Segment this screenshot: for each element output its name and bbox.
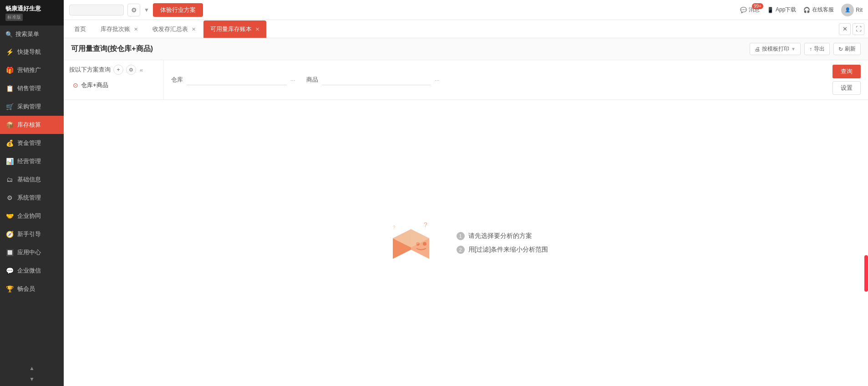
download-icon: 📱 (767, 7, 774, 13)
marketing-icon: 🎁 (5, 66, 14, 74)
refresh-button[interactable]: ↻ 刷新 (833, 43, 861, 55)
sidebar-item-quick-nav[interactable]: ⚡ 快捷导航 (0, 43, 64, 61)
tab-close-available-stock[interactable]: ✕ (255, 26, 259, 32)
sidebar-item-system[interactable]: ⚙ 系统管理 (0, 189, 64, 207)
product-input[interactable] (322, 74, 431, 85)
step-2-text: 用[过滤]条件来缩小分析范围 (468, 246, 548, 254)
headset-icon: 🎧 (803, 7, 810, 13)
notification-icon: 💬 (740, 7, 747, 13)
page-header: 可用量查询(按仓库+商品) 🖨 按模板打印 ▼ ↑ 导出 ↻ 刷新 (64, 38, 868, 60)
sidebar-item-inventory[interactable]: 📦 库存核算 (0, 116, 64, 134)
step-2-number: 2 (457, 246, 465, 254)
product-label: 商品 (306, 76, 318, 84)
chevron-down-icon: ▼ (791, 46, 796, 51)
search-icon: 🔍 (5, 31, 13, 38)
warehouse-field: 仓库 ··· (171, 74, 295, 85)
svg-point-4 (423, 242, 426, 246)
filter-settings-button[interactable]: 设置 (832, 81, 861, 95)
sidebar-item-basic-info[interactable]: 🗂 基础信息 (0, 170, 64, 189)
sidebar-item-marketing[interactable]: 🎁 营销推广 (0, 61, 64, 79)
filter-scheme-panel: 按以下方案查询 + ⚙ « ⊙ 仓库+商品 (64, 60, 164, 99)
scroll-up-button[interactable]: ▲ (0, 363, 64, 373)
topbar: ⚙ ▼ 体验行业方案 💬 消息 99+ 📱 App下载 🎧 在线客服 (64, 0, 868, 20)
print-icon: 🖨 (755, 46, 760, 52)
filter-scheme-header: 按以下方案查询 + ⚙ « (69, 65, 158, 75)
app-center-icon: 🔲 (5, 248, 14, 257)
sidebar-item-onboarding[interactable]: 🧭 新手引导 (0, 225, 64, 243)
filter-scheme-item[interactable]: ⊙ 仓库+商品 (69, 78, 158, 92)
filter-actions: 查询 设置 (832, 65, 861, 95)
topbar-left: ⚙ ▼ 体验行业方案 (69, 3, 203, 17)
page-title: 可用量查询(按仓库+商品) (71, 44, 153, 54)
refresh-icon: ↻ (838, 46, 843, 52)
sidebar-item-enterprise[interactable]: 🤝 企业协同 (0, 207, 64, 225)
search-menu[interactable]: 🔍 搜索菜单 (0, 26, 64, 43)
quick-nav-icon: ⚡ (5, 48, 14, 56)
export-button[interactable]: ↑ 导出 (804, 43, 830, 55)
sidebar-item-operations[interactable]: 📊 经营管理 (0, 152, 64, 170)
add-scheme-button[interactable]: + (113, 65, 123, 75)
purchase-icon: 🛒 (5, 103, 14, 111)
empty-illustration: ? ? (384, 216, 438, 270)
notification-badge: 99+ (752, 3, 763, 9)
step-1-text: 请先选择要分析的方案 (468, 232, 532, 240)
topbar-gear-button[interactable]: ⚙ (127, 4, 140, 16)
trial-industry-button[interactable]: 体验行业方案 (153, 3, 203, 17)
sidebar-item-app-center[interactable]: 🔲 应用中心 (0, 243, 64, 262)
collapse-filter-button[interactable]: « (139, 66, 144, 74)
export-icon: ↑ (809, 46, 812, 52)
sidebar-item-purchase[interactable]: 🛒 采购管理 (0, 98, 64, 116)
product-more-button[interactable]: ··· (435, 77, 440, 83)
sidebar: 畅康通好生意 标准版 🔍 搜索菜单 ⚡ 快捷导航 🎁 营销推广 📋 销售管理 🛒… (0, 0, 64, 386)
sidebar-item-wechat[interactable]: 💬 企业微信 (0, 262, 64, 280)
svg-text:?: ? (393, 225, 396, 230)
tab-close-button[interactable]: ✕ (839, 23, 851, 35)
notification-button[interactable]: 💬 消息 99+ (740, 6, 760, 14)
template-print-button[interactable]: 🖨 按模板打印 ▼ (750, 43, 801, 55)
system-icon: ⚙ (5, 194, 14, 202)
membership-icon: 🏆 (5, 285, 14, 293)
warehouse-label: 仓库 (171, 76, 183, 84)
tab-home[interactable]: 首页 (67, 21, 93, 38)
online-service-button[interactable]: 🎧 在线客服 (803, 6, 834, 14)
chevron-down-icon: ▼ (144, 7, 149, 13)
sidebar-item-finance[interactable]: 💰 资金管理 (0, 134, 64, 152)
tab-available-stock[interactable]: 可用量库存账本 ✕ (203, 21, 266, 38)
user-profile-button[interactable]: 👤 Rit (841, 4, 863, 16)
topbar-right: 💬 消息 99+ 📱 App下载 🎧 在线客服 👤 Rit (740, 4, 863, 16)
right-scrollbar[interactable] (864, 255, 868, 292)
product-field: 商品 ··· (306, 74, 440, 85)
query-button[interactable]: 查询 (832, 65, 861, 78)
scroll-down-button[interactable]: ▼ (0, 374, 64, 384)
scheme-item-icon: ⊙ (73, 82, 78, 89)
main-content: ⚙ ▼ 体验行业方案 💬 消息 99+ 📱 App下载 🎧 在线客服 (64, 0, 868, 386)
tab-batch-ledger[interactable]: 库存批次账 ✕ (94, 21, 145, 38)
app-download-button[interactable]: 📱 App下载 (767, 6, 796, 14)
warehouse-input[interactable] (187, 74, 287, 85)
avatar: 👤 (841, 4, 854, 16)
tab-expand-button[interactable]: ⛶ (853, 23, 864, 35)
step-1-number: 1 (457, 232, 465, 240)
topbar-dropdown-btn[interactable]: ▼ (144, 7, 149, 13)
tabs-actions: ✕ ⛶ (839, 23, 864, 35)
scheme-settings-button[interactable]: ⚙ (126, 65, 136, 75)
sidebar-item-membership[interactable]: 🏆 畅会员 (0, 280, 64, 298)
enterprise-icon: 🤝 (5, 212, 14, 220)
username-label: Rit (856, 7, 863, 13)
sidebar-header: 畅康通好生意 标准版 (0, 0, 64, 26)
topbar-search-input[interactable] (69, 5, 124, 15)
gear-icon: ⚙ (131, 6, 137, 14)
empty-text: 1 请先选择要分析的方案 2 用[过滤]条件来缩小分析范围 (457, 232, 548, 254)
tab-close-batch-ledger[interactable]: ✕ (134, 26, 138, 32)
page-toolbar: 🖨 按模板打印 ▼ ↑ 导出 ↻ 刷新 (750, 43, 861, 55)
filter-fields: 仓库 ··· 商品 ··· 查询 设置 (164, 60, 868, 99)
brand-name: 畅康通好生意 (5, 5, 58, 13)
warehouse-more-button[interactable]: ··· (290, 77, 295, 83)
tab-stock-summary[interactable]: 收发存汇总表 ✕ (146, 21, 203, 38)
edition-badge: 标准版 (5, 14, 23, 21)
empty-state: ? ? 1 请先选择要分析的方案 2 用[过滤]条件来缩小分析范围 (64, 100, 868, 386)
wechat-icon: 💬 (5, 267, 14, 275)
empty-step-2: 2 用[过滤]条件来缩小分析范围 (457, 246, 548, 254)
tab-close-stock-summary[interactable]: ✕ (192, 26, 196, 32)
sidebar-item-sales[interactable]: 📋 销售管理 (0, 79, 64, 98)
